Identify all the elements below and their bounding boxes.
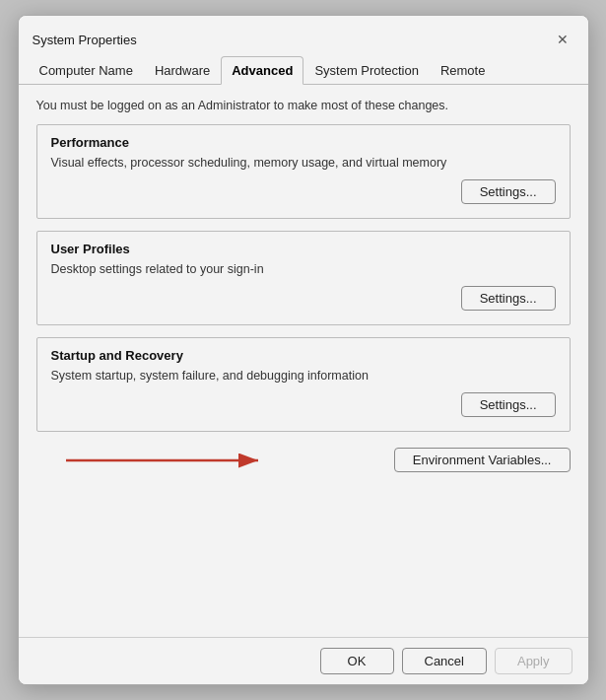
tab-bar: Computer Name Hardware Advanced System P… xyxy=(19,55,588,85)
admin-notice: You must be logged on as an Administrato… xyxy=(36,99,571,112)
performance-section: Performance Visual effects, processor sc… xyxy=(36,124,571,219)
tab-advanced[interactable]: Advanced xyxy=(221,56,303,85)
startup-recovery-desc: System startup, system failure, and debu… xyxy=(51,369,556,383)
window-title: System Properties xyxy=(33,33,137,47)
user-profiles-title: User Profiles xyxy=(51,242,556,256)
title-bar: System Properties ✕ xyxy=(19,16,588,53)
footer-bar: OK Cancel Apply xyxy=(19,637,588,684)
tab-remote[interactable]: Remote xyxy=(430,56,497,85)
environment-variables-button[interactable]: Environment Variables... xyxy=(394,448,571,472)
apply-button[interactable]: Apply xyxy=(495,648,572,674)
tab-hardware[interactable]: Hardware xyxy=(144,56,221,85)
tab-computer-name[interactable]: Computer Name xyxy=(29,56,144,85)
startup-recovery-section: Startup and Recovery System startup, sys… xyxy=(36,337,571,432)
user-profiles-settings-button[interactable]: Settings... xyxy=(461,286,556,311)
performance-settings-button[interactable]: Settings... xyxy=(461,179,556,204)
user-profiles-desc: Desktop settings related to your sign-in xyxy=(51,262,556,276)
system-properties-window: System Properties ✕ Computer Name Hardwa… xyxy=(18,15,589,685)
arrow-indicator xyxy=(66,446,273,475)
user-profiles-section: User Profiles Desktop settings related t… xyxy=(36,231,571,325)
ok-button[interactable]: OK xyxy=(320,648,394,674)
tab-content: You must be logged on as an Administrato… xyxy=(19,85,588,637)
tab-system-protection[interactable]: System Protection xyxy=(303,56,430,85)
performance-title: Performance xyxy=(51,135,556,150)
performance-desc: Visual effects, processor scheduling, me… xyxy=(51,156,556,170)
cancel-button[interactable]: Cancel xyxy=(402,648,487,674)
red-arrow-icon xyxy=(66,446,273,475)
startup-recovery-title: Startup and Recovery xyxy=(51,348,556,363)
env-variables-row: Environment Variables... xyxy=(36,448,571,472)
close-button[interactable]: ✕ xyxy=(551,28,574,51)
startup-recovery-settings-button[interactable]: Settings... xyxy=(461,392,556,417)
